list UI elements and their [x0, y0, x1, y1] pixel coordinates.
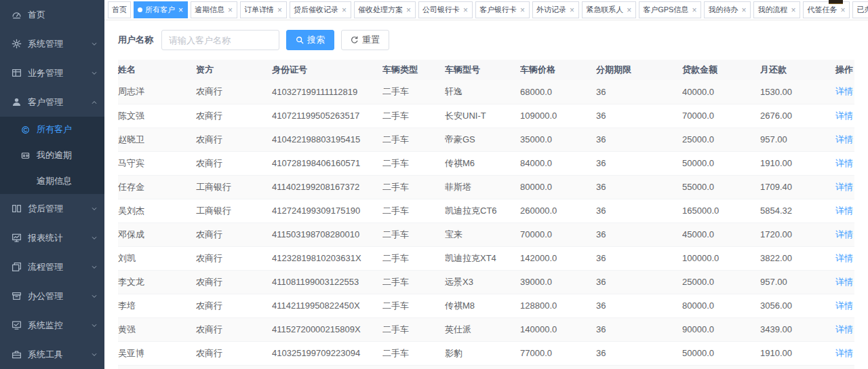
tab-customer-gps[interactable]: 客户GPS信息×: [639, 1, 701, 18]
tab-order-detail[interactable]: 订单详情×: [240, 1, 287, 18]
tab-label: 公司银行卡: [422, 5, 460, 15]
tab-sign-tasks[interactable]: 代签任务×: [803, 1, 850, 18]
sidebar-subitem-overdue-info[interactable]: 逾期信息: [0, 168, 104, 194]
cell: 40000.0: [682, 80, 760, 104]
table-row: 马守宾农商行410728198406160571二手车传祺M684000.036…: [118, 151, 854, 175]
loan-icon: [12, 203, 22, 214]
cell: 1910.00: [760, 151, 818, 175]
main-area: 首页所有客户×逾期信息×订单详情×贷后催收记录×催收处理方案×公司银行卡×客户银…: [104, 0, 868, 369]
cell: 英仕派: [445, 317, 520, 341]
detail-link[interactable]: 详情: [835, 277, 853, 287]
cell: 吴亚博: [118, 341, 196, 365]
column-header: 车辆价格: [520, 60, 596, 80]
tab-collection-records[interactable]: 贷后催收记录×: [290, 1, 351, 18]
close-icon[interactable]: ×: [790, 6, 796, 14]
cell: 二手车: [382, 365, 445, 369]
detail-link[interactable]: 详情: [835, 134, 853, 144]
tab-emergency-contacts[interactable]: 紧急联系人×: [582, 1, 636, 18]
search-button[interactable]: 搜索: [286, 30, 334, 50]
detail-link[interactable]: 详情: [835, 348, 853, 358]
cell: 142000.0: [520, 246, 596, 270]
cell: 二手车: [382, 128, 445, 151]
tab-label: 逾期信息: [195, 5, 224, 15]
sidebar-item-system-management[interactable]: 系统管理: [0, 29, 104, 58]
close-icon[interactable]: ×: [462, 6, 469, 14]
cell: 二手车: [382, 270, 445, 294]
tab-collection-plan[interactable]: 催收处理方案×: [354, 1, 416, 18]
tab-visit-records[interactable]: 外访记录×: [532, 1, 579, 18]
cell: 70000.0: [682, 104, 760, 128]
cell: 41142119950822450X: [272, 294, 382, 317]
tab-overdue-info[interactable]: 逾期信息×: [191, 1, 237, 18]
close-icon[interactable]: ×: [178, 6, 184, 14]
column-header: 资方: [196, 60, 272, 80]
close-icon[interactable]: ×: [840, 6, 846, 14]
sidebar-subitem-all-customers[interactable]: 所有客户: [0, 117, 104, 142]
cell: 410721199505263517: [272, 104, 382, 128]
app-root: 首页系统管理业务管理客户管理所有客户我的逾期逾期信息贷后管理报表统计流程管理办公…: [0, 0, 868, 369]
sidebar-item-customer-management[interactable]: 客户管理: [0, 88, 104, 117]
column-header: 车辆类型: [382, 60, 445, 80]
sidebar-item-report-statistics[interactable]: 报表统计: [0, 223, 104, 252]
close-icon[interactable]: ×: [406, 6, 412, 14]
detail-link[interactable]: 详情: [835, 324, 853, 334]
close-icon[interactable]: ×: [519, 6, 526, 14]
cell: 55000.0: [682, 175, 760, 199]
close-icon[interactable]: ×: [277, 6, 283, 14]
cell: 二手车: [382, 104, 445, 128]
tab-done-tasks[interactable]: 已办任务×: [852, 1, 868, 18]
close-icon[interactable]: ×: [569, 6, 575, 14]
cell: 任存金: [118, 175, 196, 199]
customers-table: 姓名资方身份证号车辆类型车辆型号车辆价格分期期限贷款金额月还款操作 周志洋农商行…: [118, 60, 854, 369]
cell: 二手车: [382, 199, 445, 222]
close-icon[interactable]: ×: [691, 6, 697, 14]
detail-link[interactable]: 详情: [835, 182, 853, 192]
cell: 农商行: [196, 341, 272, 365]
sidebar-item-home[interactable]: 首页: [0, 0, 104, 29]
sidebar-item-label: 流程管理: [28, 261, 85, 273]
sidebar-item-office-management[interactable]: 办公管理: [0, 281, 104, 311]
reset-button[interactable]: 重置: [341, 30, 389, 50]
sidebar-subitem-my-overdue[interactable]: 我的逾期: [0, 142, 104, 168]
detail-link[interactable]: 详情: [835, 300, 853, 311]
tab-label: 我的待办: [708, 5, 738, 15]
cell: 410422198803195415: [272, 128, 382, 151]
tab-company-bank-card[interactable]: 公司银行卡×: [418, 1, 473, 18]
cell: [520, 365, 596, 369]
tab-home[interactable]: 首页: [108, 1, 131, 18]
cell: [596, 365, 682, 369]
sidebar-item-post-loan-management[interactable]: 贷后管理: [0, 194, 104, 223]
customer-name-input[interactable]: [161, 30, 279, 50]
sidebar-item-system-monitoring[interactable]: 系统监控: [0, 311, 104, 340]
cell: 36: [596, 175, 682, 199]
close-icon[interactable]: ×: [626, 6, 632, 14]
tab-label: 我的流程: [757, 5, 787, 15]
sidebar-item-process-management[interactable]: 流程管理: [0, 252, 104, 281]
chevron-up-icon: [91, 99, 98, 106]
column-header: 月还款: [760, 60, 818, 80]
user-icon: [12, 97, 22, 107]
tab-my-todo[interactable]: 我的待办×: [704, 1, 751, 18]
sidebar-item-system-tools[interactable]: 系统工具: [0, 340, 104, 369]
close-icon[interactable]: ×: [341, 6, 347, 14]
cell: 二手车: [382, 175, 445, 199]
cell: 农商行: [196, 246, 272, 270]
cell: 36: [596, 341, 682, 365]
tab-my-process[interactable]: 我的流程×: [753, 1, 800, 18]
sidebar-item-business-management[interactable]: 业务管理: [0, 58, 104, 88]
detail-link[interactable]: 详情: [835, 253, 853, 263]
close-icon[interactable]: ×: [227, 6, 233, 14]
detail-link[interactable]: 详情: [835, 206, 853, 216]
cell: 二手车: [382, 341, 445, 365]
detail-link[interactable]: 详情: [835, 86, 853, 96]
tab-customer-bank-card[interactable]: 客户银行卡×: [475, 1, 530, 18]
tab-all-customers[interactable]: 所有客户×: [134, 1, 188, 18]
table-header-row: 姓名资方身份证号车辆类型车辆型号车辆价格分期期限贷款金额月还款操作: [118, 60, 854, 80]
detail-link[interactable]: 详情: [835, 158, 853, 168]
detail-link[interactable]: 详情: [835, 111, 853, 121]
cell: 41232819810203631X: [272, 246, 382, 270]
detail-link[interactable]: 详情: [835, 229, 853, 239]
avatar[interactable]: [829, 0, 843, 4]
close-icon[interactable]: ×: [741, 6, 747, 14]
cell: [760, 365, 818, 369]
